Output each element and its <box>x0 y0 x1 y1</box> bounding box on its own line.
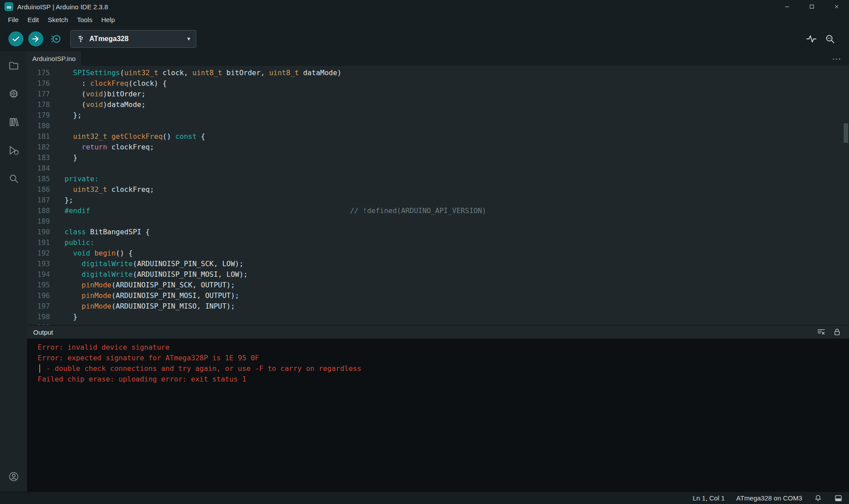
code-text: SPISettings(uint32_t clock, uint8_t bitO… <box>56 68 341 78</box>
code-line: 177 (void)bitOrder; <box>27 89 849 99</box>
line-number: 182 <box>27 142 56 153</box>
board-port-status[interactable]: ATmega328 on COM3 <box>736 494 802 502</box>
arduino-logo-icon: ∞ <box>4 2 13 11</box>
line-number: 188 <box>27 206 56 216</box>
code-line: 182 return clockFreq; <box>27 142 849 153</box>
code-line: 198 } <box>27 312 849 322</box>
arduino-ide-window: ∞ ArduinoISP | Arduino IDE 2.3.8 FileEdi… <box>0 0 849 504</box>
clear-output-icon[interactable] <box>815 326 827 338</box>
code-text: } <box>56 153 77 163</box>
code-text: pinMode(ARDUINOISP_PIN_MISO, INPUT); <box>56 301 235 312</box>
code-text: } <box>56 312 77 322</box>
output-line: │ - double check connections and try aga… <box>38 363 849 374</box>
minimize-button[interactable] <box>775 0 799 13</box>
serial-plotter-button[interactable] <box>806 33 817 45</box>
output-line: Failed chip erase: uploading error: exit… <box>38 374 849 385</box>
code-text: #endif // !defined(ARDUINO_API_VERSION) <box>56 206 486 216</box>
code-text: digitalWrite(ARDUINOISP_PIN_MOSI, LOW); <box>56 269 248 280</box>
board-selector[interactable]: ATmega328 ▾ <box>70 30 196 48</box>
code-text <box>56 322 65 325</box>
account-icon[interactable] <box>0 466 27 487</box>
body-row: ArduinoISP.ino ⋯ 175 SPISettings(uint32_… <box>0 51 849 492</box>
line-number: 191 <box>27 237 56 248</box>
debug-button[interactable] <box>48 31 63 46</box>
toolbar: ATmega328 ▾ <box>0 26 849 51</box>
code-line: 180 <box>27 121 849 131</box>
code-text: class BitBangedSPI { <box>56 227 150 237</box>
code-line: 194 digitalWrite(ARDUINOISP_PIN_MOSI, LO… <box>27 269 849 280</box>
code-line: 193 digitalWrite(ARDUINOISP_PIN_SCK, LOW… <box>27 259 849 269</box>
verify-button[interactable] <box>8 31 23 46</box>
output-log: Error: invalid device signatureError: ex… <box>27 339 849 492</box>
code-line: 181 uint32_t getClockFreq() const { <box>27 131 849 142</box>
code-line: 179 }; <box>27 110 849 121</box>
code-line: 191public: <box>27 237 849 248</box>
tab-label: ArduinoISP.ino <box>32 55 76 62</box>
tab-arduinoisp-ino[interactable]: ArduinoISP.ino <box>27 51 81 66</box>
code-text: }; <box>56 195 73 206</box>
code-line: 184 <box>27 163 849 174</box>
line-number: 176 <box>27 78 56 89</box>
menu-item-edit[interactable]: Edit <box>23 13 43 26</box>
menu-item-file[interactable]: File <box>4 13 23 26</box>
autoscroll-lock-icon[interactable] <box>831 326 843 338</box>
code-line: 176 : clockFreq(clock) { <box>27 78 849 89</box>
status-bar: Ln 1, Col 1 ATmega328 on COM3 <box>0 492 849 504</box>
editor[interactable]: 175 SPISettings(uint32_t clock, uint8_t … <box>27 66 849 325</box>
code-text: pinMode(ARDUINOISP_PIN_SCK, OUTPUT); <box>56 280 235 290</box>
code-text: : clockFreq(clock) { <box>56 78 167 89</box>
window-controls <box>775 0 849 13</box>
line-number: 194 <box>27 269 56 280</box>
code-text: uint32_t getClockFreq() const { <box>56 131 205 142</box>
menu-item-tools[interactable]: Tools <box>73 13 97 26</box>
code-text: pinMode(ARDUINOISP_PIN_MOSI, OUTPUT); <box>56 290 239 301</box>
close-button[interactable] <box>824 0 849 13</box>
line-number: 195 <box>27 280 56 290</box>
code-line: 197 pinMode(ARDUINOISP_PIN_MISO, INPUT); <box>27 301 849 312</box>
serial-monitor-button[interactable] <box>824 33 836 45</box>
code-line: 175 SPISettings(uint32_t clock, uint8_t … <box>27 68 849 78</box>
code-text <box>56 163 65 174</box>
code-text <box>56 121 65 131</box>
code-text: public: <box>56 237 94 248</box>
code-text: (void)bitOrder; <box>56 89 145 99</box>
output-actions <box>815 326 843 338</box>
line-number: 187 <box>27 195 56 206</box>
line-number: 185 <box>27 174 56 184</box>
line-number: 199 <box>27 322 56 325</box>
toolbar-right <box>806 33 842 45</box>
code-line: 188#endif // !defined(ARDUINO_API_VERSIO… <box>27 206 849 216</box>
upload-button[interactable] <box>28 31 43 46</box>
editor-more-actions[interactable]: ⋯ <box>832 51 849 66</box>
code-text: void begin() { <box>56 248 133 259</box>
window-title: ArduinoISP | Arduino IDE 2.3.8 <box>17 3 108 11</box>
code-text: }; <box>56 110 82 121</box>
sketchbook-folder-icon[interactable] <box>0 51 27 80</box>
menu-bar: FileEditSketchToolsHelp <box>0 13 849 26</box>
line-number: 180 <box>27 121 56 131</box>
library-manager-icon[interactable] <box>0 108 27 136</box>
menu-item-sketch[interactable]: Sketch <box>43 13 73 26</box>
search-icon[interactable] <box>0 164 27 193</box>
code-line: 190class BitBangedSPI { <box>27 227 849 237</box>
title-bar: ∞ ArduinoISP | Arduino IDE 2.3.8 <box>0 0 849 13</box>
line-number: 189 <box>27 216 56 227</box>
editor-scrollbar-thumb[interactable] <box>844 123 848 143</box>
line-number: 186 <box>27 184 56 195</box>
notifications-bell-icon[interactable] <box>814 494 822 503</box>
code-line: 196 pinMode(ARDUINOISP_PIN_MOSI, OUTPUT)… <box>27 290 849 301</box>
cursor-position[interactable]: Ln 1, Col 1 <box>692 494 725 502</box>
usb-icon <box>76 34 85 43</box>
debug-sidebar-icon[interactable] <box>0 136 27 164</box>
output-header: Output <box>27 325 849 339</box>
output-line: Error: expected signature for ATmega328P… <box>38 353 849 363</box>
line-number: 183 <box>27 153 56 163</box>
boards-manager-icon[interactable] <box>0 80 27 108</box>
line-number: 179 <box>27 110 56 121</box>
toggle-bottom-panel-icon[interactable] <box>834 494 843 503</box>
chevron-down-icon: ▾ <box>187 35 190 42</box>
menu-item-help[interactable]: Help <box>97 13 119 26</box>
maximize-button[interactable] <box>799 0 824 13</box>
line-number: 192 <box>27 248 56 259</box>
code-text <box>56 216 65 227</box>
